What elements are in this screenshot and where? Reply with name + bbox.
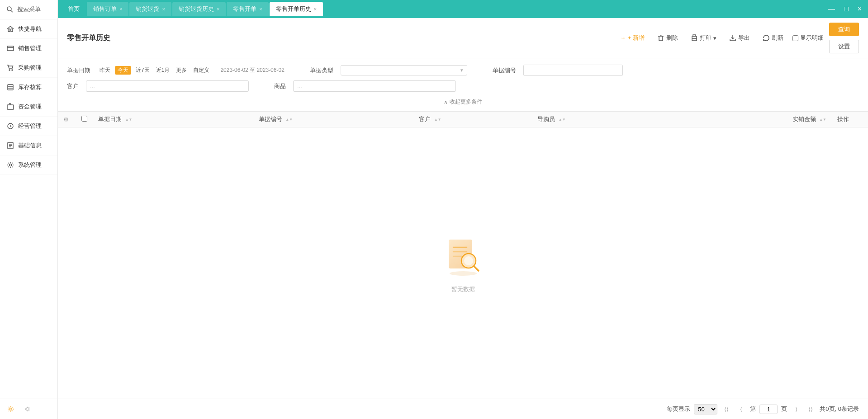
tab-sales-order-close[interactable]: × xyxy=(119,7,122,12)
bill-type-arrow: ▾ xyxy=(460,67,463,73)
refresh-button[interactable]: 刷新 xyxy=(759,32,787,44)
system-icon xyxy=(6,161,14,169)
sidebar-search[interactable]: 搜索采单 xyxy=(0,0,57,19)
page-number-input[interactable] xyxy=(759,405,778,414)
bill-no-input[interactable] xyxy=(523,65,623,76)
date-opt-last1month[interactable]: 近1月 xyxy=(154,66,172,75)
collapse-up-icon: ∧ xyxy=(444,99,448,105)
svg-rect-11 xyxy=(7,105,14,109)
sales-icon xyxy=(6,44,14,52)
tab-sales-return-label: 销货退货 xyxy=(136,5,159,13)
date-opt-last7[interactable]: 近7天 xyxy=(134,66,152,75)
gear-icon[interactable] xyxy=(6,405,15,414)
purchase-icon xyxy=(6,64,14,72)
tab-retail-open-history-close[interactable]: × xyxy=(314,7,317,12)
col-no-label: 单据编号 xyxy=(259,116,282,122)
data-table: ⚙ 单据日期 ▲▼ 单据编号 ▲▼ xyxy=(58,112,868,127)
col-amount: 实销金额 ▲▼ xyxy=(671,112,832,127)
export-button[interactable]: 导出 xyxy=(726,32,754,44)
col-customer-sort[interactable]: ▲▼ xyxy=(434,118,441,122)
customer-label: 客户 xyxy=(67,82,79,90)
maximize-btn[interactable]: □ xyxy=(841,4,851,14)
date-opt-today[interactable]: 今天 xyxy=(115,66,131,75)
tab-sales-return-history-close[interactable]: × xyxy=(217,7,219,12)
tab-retail-open-close[interactable]: × xyxy=(259,7,262,12)
svg-rect-2 xyxy=(8,29,10,32)
table-settings-icon[interactable]: ⚙ xyxy=(63,116,69,123)
sidebar-item-quick-nav[interactable]: 快捷导航 xyxy=(0,19,57,39)
tab-retail-open[interactable]: 零售开单 × xyxy=(227,2,268,16)
svg-point-31 xyxy=(464,256,473,265)
table-area: ⚙ 单据日期 ▲▼ 单据编号 ▲▼ xyxy=(58,112,868,399)
settings-button[interactable]: 设置 xyxy=(829,40,859,53)
print-dropdown-icon[interactable]: ▾ xyxy=(713,35,716,42)
home-icon xyxy=(6,25,14,33)
tab-sales-order[interactable]: 销售订单 × xyxy=(87,2,128,16)
svg-point-0 xyxy=(7,7,11,11)
col-date: 单据日期 ▲▼ xyxy=(93,112,253,127)
display-detail-label: 显示明细 xyxy=(800,34,824,42)
tab-sales-order-label: 销售订单 xyxy=(93,5,117,13)
display-detail-input[interactable] xyxy=(792,35,798,41)
date-opt-more[interactable]: 更多 xyxy=(174,66,189,75)
sidebar-item-inventory[interactable]: 库存核算 xyxy=(0,78,57,97)
page-label-before: 第 xyxy=(750,405,756,413)
next-page-btn[interactable]: ⟩ xyxy=(791,404,802,414)
sidebar-item-basic-info[interactable]: 基础信息 xyxy=(0,136,57,155)
export-icon xyxy=(729,34,736,42)
svg-point-7 xyxy=(12,70,13,71)
col-date-sort[interactable]: ▲▼ xyxy=(125,118,133,122)
svg-rect-3 xyxy=(11,29,13,32)
col-amount-label: 实销金额 xyxy=(792,116,816,122)
tab-sales-return-history[interactable]: 销货退货历史 × xyxy=(172,2,226,16)
per-page-select[interactable]: 50 10 20 100 xyxy=(694,404,717,414)
collapse-row[interactable]: ∧ 收起更多条件 xyxy=(67,96,859,108)
pagination: 每页显示 50 10 20 100 ⟨⟨ ⟨ 第 页 ⟩ ⟩⟩ 共0页, 0条记… xyxy=(58,399,868,419)
date-opt-custom[interactable]: 自定义 xyxy=(191,66,211,75)
table-header-row: ⚙ 单据日期 ▲▼ 单据编号 ▲▼ xyxy=(58,112,868,127)
date-opt-yesterday[interactable]: 昨天 xyxy=(98,66,112,75)
customer-input[interactable]: ... xyxy=(86,80,249,92)
collapse-sidebar-icon[interactable] xyxy=(23,405,32,414)
print-button[interactable]: 打印 ▾ xyxy=(687,32,720,44)
col-date-label: 单据日期 xyxy=(98,116,122,122)
per-page-label: 每页显示 xyxy=(667,405,690,413)
query-settings-group: 查询 设置 xyxy=(829,23,859,53)
query-button[interactable]: 查询 xyxy=(829,23,859,36)
page-header: 零售开单历史 ＋ + 新增 删除 打印 xyxy=(58,18,868,58)
sidebar-item-label: 采购管理 xyxy=(18,64,42,72)
col-no-sort[interactable]: ▲▼ xyxy=(285,118,293,122)
svg-point-24 xyxy=(450,271,477,276)
col-amount-sort[interactable]: ▲▼ xyxy=(819,118,826,122)
page-label-after: 页 xyxy=(781,405,787,413)
prev-page-btn[interactable]: ⟨ xyxy=(735,404,746,414)
sidebar-item-purchase-mgmt[interactable]: 采购管理 xyxy=(0,58,57,78)
col-guide: 导购员 ▲▼ xyxy=(532,112,671,127)
tab-home[interactable]: 首页 xyxy=(62,2,86,16)
sidebar-item-label: 系统管理 xyxy=(18,161,42,169)
display-detail-checkbox[interactable]: 显示明细 xyxy=(792,34,824,42)
last-page-btn[interactable]: ⟩⟩ xyxy=(805,404,816,414)
sidebar-item-finance[interactable]: 资金管理 xyxy=(0,97,57,117)
empty-text: 暂无数据 xyxy=(451,285,475,293)
add-button[interactable]: ＋ + 新增 xyxy=(617,32,648,44)
sidebar-item-operation[interactable]: 经营管理 xyxy=(0,117,57,136)
col-guide-sort[interactable]: ▲▼ xyxy=(559,118,566,122)
close-btn[interactable]: × xyxy=(855,4,864,14)
sidebar-item-sys-mgmt[interactable]: 系统管理 xyxy=(0,155,57,175)
first-page-btn[interactable]: ⟨⟨ xyxy=(721,404,732,414)
tab-sales-return[interactable]: 销货退货 × xyxy=(129,2,171,16)
minimize-btn[interactable]: — xyxy=(825,4,838,14)
tab-retail-open-history[interactable]: 零售开单历史 × xyxy=(270,2,323,16)
delete-button[interactable]: 删除 xyxy=(654,32,682,44)
product-input[interactable]: ... xyxy=(293,80,456,92)
bill-type-select[interactable]: ▾ xyxy=(341,65,467,75)
select-all-checkbox[interactable] xyxy=(81,116,87,122)
page-title: 零售开单历史 xyxy=(67,33,110,43)
tab-sales-return-close[interactable]: × xyxy=(162,7,165,12)
finance-icon xyxy=(6,103,14,111)
tab-sales-return-history-label: 销货退货历史 xyxy=(179,5,214,13)
filter-row-2: 客户 ... 商品 ... xyxy=(67,80,859,92)
filter-row-1: 单据日期 昨天 今天 近7天 近1月 更多 自定义 2023-06-02 至 2… xyxy=(67,65,859,76)
sidebar-item-sales-mgmt[interactable]: 销售管理 xyxy=(0,39,57,58)
